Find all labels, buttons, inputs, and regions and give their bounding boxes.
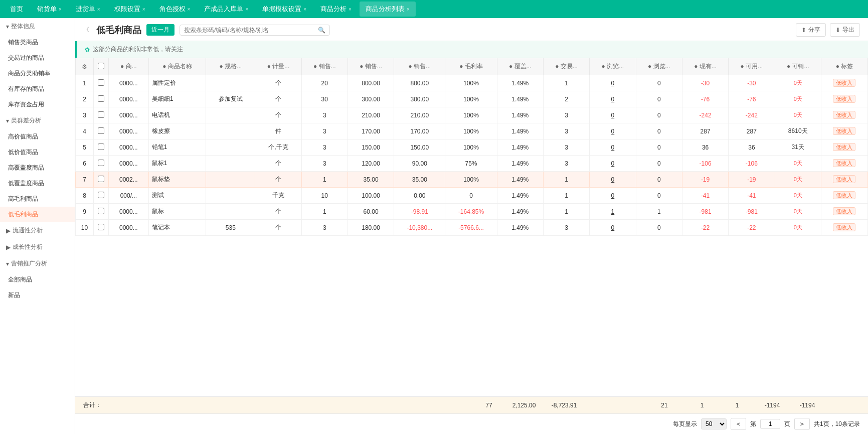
row-select-checkbox[interactable]	[98, 160, 104, 166]
row-browse1[interactable]: 0	[590, 172, 636, 188]
row-gross: 1.49%	[497, 139, 543, 156]
row-browse2: 0	[636, 188, 682, 204]
row-select-checkbox[interactable]	[98, 79, 104, 86]
prev-page-btn[interactable]: ＜	[731, 418, 746, 430]
close-icon[interactable]: ×	[245, 7, 248, 12]
col-header-browse2: ● 浏览...	[636, 58, 682, 75]
sidebar-collapse-btn[interactable]: 《	[83, 26, 89, 34]
nav-permission-settings[interactable]: 权限设置 ×	[108, 2, 151, 17]
nav-home[interactable]: 首页	[4, 2, 29, 17]
row-browse1[interactable]: 1	[590, 204, 636, 220]
close-icon[interactable]: ×	[303, 7, 306, 12]
row-unit: 个	[255, 75, 301, 91]
nav-sales-order[interactable]: 销货单 ×	[31, 2, 68, 17]
total-records-label: 共1页，10条记录	[814, 420, 860, 428]
row-rate: 100%	[445, 172, 497, 188]
sidebar-item-category-rate[interactable]: 商品分类助销率	[0, 66, 75, 81]
row-checkbox[interactable]	[94, 188, 109, 204]
nav-product-analysis-list[interactable]: 商品分析列表 ×	[360, 2, 416, 17]
sidebar-item-low-value[interactable]: 低价值商品	[0, 144, 75, 160]
nav-purchase-order[interactable]: 进货单 ×	[70, 2, 106, 17]
current-page-input[interactable]: 1	[760, 419, 780, 429]
row-select-checkbox[interactable]	[98, 127, 104, 134]
row-gross: 1.49%	[497, 156, 543, 172]
row-checkbox[interactable]	[94, 139, 109, 156]
col-header-available: ● 现有...	[682, 58, 728, 75]
close-icon[interactable]: ×	[97, 7, 100, 12]
row-checkbox[interactable]	[94, 156, 109, 172]
table-row: 10 0000... 笔记本 535 个 3 180.00 -10,380...…	[76, 220, 868, 236]
row-select-checkbox[interactable]	[98, 143, 104, 150]
row-gross: 1.49%	[497, 204, 543, 220]
row-select-checkbox[interactable]	[98, 111, 104, 118]
sidebar-item-traded-goods[interactable]: 交易过的商品	[0, 50, 75, 66]
sidebar-item-low-coverage[interactable]: 低覆盖度商品	[0, 176, 75, 191]
row-price2: 90.00	[394, 156, 445, 172]
nav-product-analysis[interactable]: 商品分析 ×	[314, 2, 358, 17]
row-browse1[interactable]: 0	[590, 123, 636, 139]
close-icon[interactable]: ×	[407, 7, 410, 12]
sidebar-group-growth[interactable]: ▶ 成长性分析	[0, 239, 75, 255]
row-browse1[interactable]: 0	[590, 91, 636, 107]
search-icon[interactable]: 🔍	[318, 27, 325, 34]
close-icon[interactable]: ×	[349, 7, 352, 12]
row-tag: 低收入	[821, 220, 867, 236]
row-select-checkbox[interactable]	[98, 208, 104, 214]
prev-page-icon: ＜	[735, 420, 742, 427]
row-browse1[interactable]: 0	[590, 188, 636, 204]
row-browse1[interactable]: 0	[590, 156, 636, 172]
row-browse1[interactable]: 0	[590, 139, 636, 156]
row-sale-days: 31天	[775, 139, 821, 156]
filter-recent-month-btn[interactable]: 近一月	[146, 24, 175, 36]
row-checkbox[interactable]	[94, 220, 109, 236]
sidebar-item-all-products[interactable]: 全部商品	[0, 272, 75, 287]
row-checkbox[interactable]	[94, 123, 109, 139]
sidebar-item-high-value[interactable]: 高价值商品	[0, 129, 75, 144]
row-select-checkbox[interactable]	[98, 192, 104, 198]
sidebar-group-cluster-analysis[interactable]: ▾ 类群差分析	[0, 112, 75, 129]
table-row: 1 0000... 属性定价 个 20 800.00 800.00 100% 1…	[76, 75, 868, 91]
row-checkbox[interactable]	[94, 107, 109, 123]
row-checkbox[interactable]	[94, 172, 109, 188]
row-browse1[interactable]: 0	[590, 107, 636, 123]
row-browse1[interactable]: 0	[590, 75, 636, 91]
nav-role-auth[interactable]: 角色授权 ×	[153, 2, 197, 17]
gear-icon[interactable]: ⚙	[82, 63, 87, 70]
row-unit: 个	[255, 156, 301, 172]
close-icon[interactable]: ×	[142, 7, 145, 12]
share-button[interactable]: ⬆ 分享	[796, 23, 826, 37]
row-select-checkbox[interactable]	[98, 224, 104, 230]
row-select-checkbox[interactable]	[98, 176, 104, 182]
sidebar-item-high-coverage[interactable]: 高覆盖度商品	[0, 160, 75, 176]
close-icon[interactable]: ×	[59, 7, 62, 12]
nav-template-settings[interactable]: 单据模板设置 ×	[256, 2, 312, 17]
select-all-checkbox[interactable]	[98, 63, 104, 69]
sidebar-group-marketing[interactable]: ▾ 营销推广分析	[0, 255, 75, 272]
column-settings[interactable]: ⚙	[76, 58, 94, 75]
sidebar-item-in-stock-goods[interactable]: 有库存的商品	[0, 81, 75, 97]
sidebar-group-overall-info[interactable]: ▾ 整体信息	[0, 18, 75, 35]
next-page-btn[interactable]: ＞	[794, 418, 810, 430]
close-icon[interactable]: ×	[188, 7, 191, 12]
nav-product-inbound[interactable]: 产成品入库单 ×	[198, 2, 254, 17]
page-size-select[interactable]: 50 100 200	[701, 418, 727, 429]
row-spec	[206, 204, 255, 220]
sidebar-item-sales-goods[interactable]: 销售类商品	[0, 35, 75, 50]
sidebar-item-stock-capital[interactable]: 库存资金占用	[0, 97, 75, 112]
row-checkbox[interactable]	[94, 75, 109, 91]
row-sale-days: 0天	[775, 107, 821, 123]
row-rate: 75%	[445, 156, 497, 172]
sidebar-item-low-margin[interactable]: 低毛利商品	[0, 207, 75, 222]
search-input[interactable]	[184, 27, 318, 34]
sidebar-group-liquidity[interactable]: ▶ 流通性分析	[0, 222, 75, 239]
sidebar-item-high-margin[interactable]: 高毛利商品	[0, 191, 75, 207]
row-checkbox[interactable]	[94, 204, 109, 220]
column-select-all[interactable]	[94, 58, 109, 75]
export-button[interactable]: ⬇ 导出	[830, 23, 860, 37]
row-gross: 1.49%	[497, 91, 543, 107]
row-gross: 1.49%	[497, 188, 543, 204]
row-select-checkbox[interactable]	[98, 95, 104, 102]
sidebar-item-new-products[interactable]: 新品	[0, 287, 75, 303]
row-checkbox[interactable]	[94, 91, 109, 107]
row-browse1[interactable]: 0	[590, 220, 636, 236]
